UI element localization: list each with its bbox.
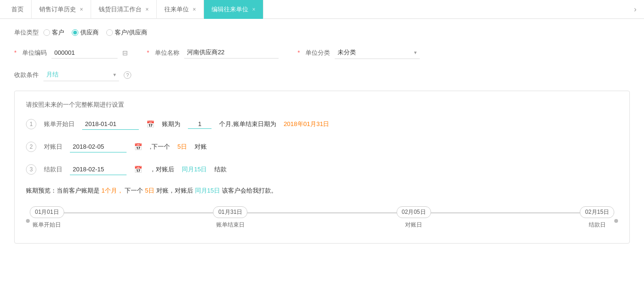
timeline-left-dot (26, 219, 30, 223)
step-num-1: 1 (26, 119, 36, 129)
unit-type-row: 单位类型 客户 供应商 客户/供应商 (14, 28, 630, 37)
timeline-label-3: 对账日 (405, 221, 422, 229)
unit-category-select[interactable]: 未分类 ▾ (335, 46, 420, 59)
radio-label-customer: 客户 (52, 28, 64, 37)
tab-sales-order[interactable]: 销售订单历史 × (32, 0, 91, 19)
tab-bar: 首页 销售订单历史 × 钱货日清工作台 × 往来单位 × 编辑往来单位 × › (0, 0, 644, 19)
timeline-label-2: 账单结束日 (216, 221, 245, 229)
step2-desc-before: ,下一个 (150, 143, 170, 151)
timeline-node-2: 01月31日 账单结束日 (213, 206, 247, 229)
unit-name-group: * 单位名称 (147, 47, 279, 59)
step-label-3: 结款日 (44, 165, 62, 174)
radio-group: 客户 供应商 客户/供应商 (43, 28, 147, 37)
radio-label-supplier: 供应商 (80, 28, 99, 37)
timeline-label-1: 账单开始日 (33, 221, 61, 229)
step3-desc-before: ，对账后 (150, 165, 174, 174)
payment-select[interactable]: 月结 ▾ (43, 68, 119, 81)
radio-supplier[interactable]: 供应商 (72, 28, 99, 37)
payment-chevron-icon: ▾ (113, 72, 116, 78)
close-tab-cash-work[interactable]: × (145, 6, 149, 13)
unit-name-label: 单位名称 (155, 49, 179, 57)
close-tab-edit-partner[interactable]: × (252, 6, 255, 13)
timeline-badge-2: 01月31日 (213, 206, 247, 218)
step1-months-input[interactable] (188, 119, 212, 129)
required-star-code: * (14, 49, 17, 56)
timeline-badge-3: 02月05日 (397, 206, 431, 218)
step2-calendar-icon[interactable]: 📅 (134, 143, 142, 151)
timeline-wrapper: 01月01日 账单开始日 01月31日 账单结束日 02月05日 对账日 02月… (26, 206, 618, 229)
preview-months: 1个月， (102, 187, 123, 194)
preview-pay-day: 同月15日 (195, 187, 220, 194)
timeline-badge-1: 01月01日 (30, 206, 64, 218)
tab-cash-work[interactable]: 钱货日清工作台 × (91, 0, 157, 19)
step2-date-input[interactable] (70, 141, 127, 152)
step-row-3: 3 结款日 📅 ，对账后 同月15日 结款 (26, 164, 618, 175)
step-label-2: 对账日 (44, 143, 62, 151)
preview-pay-after: 该客户会给我打款。 (222, 187, 277, 194)
unit-name-input[interactable] (184, 47, 279, 59)
unit-code-label: 单位编码 (22, 49, 47, 57)
timeline-label-4: 结款日 (589, 221, 606, 229)
payment-value: 月结 (46, 70, 59, 79)
payment-row: 收款条件 月结 ▾ ? (14, 68, 630, 81)
timeline-nodes: 01月01日 账单开始日 01月31日 账单结束日 02月05日 对账日 02月… (30, 206, 614, 229)
close-tab-partner[interactable]: × (193, 6, 196, 13)
tab-partner[interactable]: 往来单位 × (157, 0, 204, 19)
radio-customer[interactable]: 客户 (43, 28, 64, 37)
timeline-inner: 01月01日 账单开始日 01月31日 账单结束日 02月05日 对账日 02月… (30, 206, 614, 229)
radio-circle-customer (43, 29, 50, 36)
unit-type-group: 单位类型 客户 供应商 客户/供应商 (14, 28, 147, 37)
preview-check-day: 5日 (145, 187, 154, 194)
tab-home[interactable]: 首页 (4, 0, 32, 19)
page-content: 单位类型 客户 供应商 客户/供应商 * 单位编码 (0, 19, 644, 287)
unit-category-value: 未分类 (338, 48, 356, 57)
category-chevron-icon: ▾ (414, 50, 417, 56)
panel-title: 请按照未来的一个完整帐期进行设置 (26, 101, 618, 109)
step1-calendar-icon[interactable]: 📅 (146, 120, 154, 128)
unit-info-row: * 单位编码 ⊟ * 单位名称 * 单位分类 未分类 ▾ (14, 46, 630, 59)
radio-circle-both (106, 29, 113, 36)
preview-label: 账期预览：当前客户账期是 (26, 187, 100, 194)
unit-type-label: 单位类型 (14, 28, 39, 37)
step3-desc-after: 结款 (214, 165, 227, 174)
radio-circle-supplier (72, 29, 78, 36)
radio-label-both: 客户/供应商 (115, 28, 147, 37)
payment-help-icon[interactable]: ? (124, 71, 131, 79)
timeline-node-4: 02月15日 结款日 (580, 206, 614, 229)
required-star-name: * (147, 49, 149, 56)
timeline-badge-4: 02月15日 (580, 206, 614, 218)
unit-category-label: 单位分类 (305, 49, 330, 57)
step-num-3: 3 (26, 164, 36, 175)
preview-check-prefix: 下一个 (125, 187, 143, 194)
step3-calendar-icon[interactable]: 📅 (134, 166, 142, 173)
required-star-category: * (297, 49, 300, 56)
payment-label: 收款条件 (14, 71, 39, 79)
unit-code-icon[interactable]: ⊟ (122, 49, 128, 57)
step1-desc-prefix: 账期为 (162, 120, 180, 128)
step2-desc-after: 对账 (195, 143, 207, 151)
timeline-node-1: 01月01日 账单开始日 (30, 206, 64, 229)
step2-day-highlight: 5日 (178, 143, 187, 151)
timeline-right-dot (614, 219, 618, 223)
payment-group: 收款条件 月结 ▾ ? (14, 68, 131, 81)
step-row-2: 2 对账日 📅 ,下一个 5日 对账 (26, 141, 618, 152)
step3-date-input[interactable] (70, 164, 127, 175)
step-row-1: 1 账单开始日 📅 账期为 个月,账单结束日期为 2018年01月31日 (26, 118, 618, 130)
step-label-1: 账单开始日 (44, 120, 75, 128)
step-num-2: 2 (26, 142, 36, 152)
unit-category-group: * 单位分类 未分类 ▾ (297, 46, 420, 59)
tab-edit-partner[interactable]: 编辑往来单位 × (204, 0, 263, 19)
step3-day-highlight: 同月15日 (182, 165, 207, 174)
step1-desc-suffix: 个月,账单结束日期为 (219, 120, 276, 128)
close-tab-sales-order[interactable]: × (80, 6, 83, 13)
step1-end-date: 2018年01月31日 (284, 120, 330, 128)
unit-code-group: * 单位编码 ⊟ (14, 47, 128, 59)
tab-scroll-arrow[interactable]: › (630, 5, 640, 14)
setting-panel: 请按照未来的一个完整帐期进行设置 1 账单开始日 📅 账期为 个月,账单结束日期… (14, 91, 630, 244)
unit-code-input[interactable] (51, 47, 118, 59)
step1-date-input[interactable] (82, 118, 139, 130)
preview-check-after: 对账，对账后 (156, 187, 193, 194)
timeline-node-3: 02月05日 对账日 (397, 206, 431, 229)
radio-both[interactable]: 客户/供应商 (106, 28, 147, 37)
preview-text: 账期预览：当前客户账期是 1个月， 下一个 5日 对账，对账后 同月15日 该客… (26, 186, 618, 195)
